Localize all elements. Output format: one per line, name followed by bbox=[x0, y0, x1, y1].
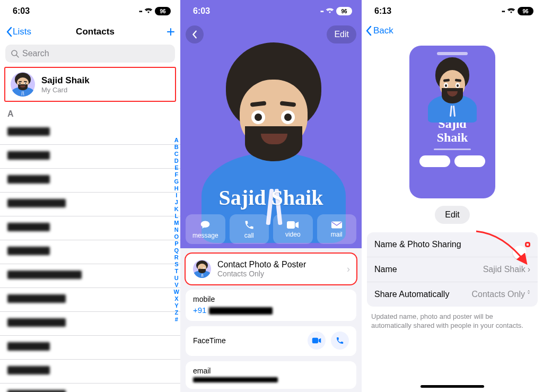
home-indicator bbox=[421, 385, 484, 388]
video-icon bbox=[286, 221, 299, 229]
contact-row[interactable] bbox=[0, 336, 180, 360]
index-letter[interactable]: J bbox=[175, 199, 178, 206]
index-letter[interactable]: I bbox=[176, 192, 177, 199]
search-icon bbox=[11, 49, 19, 58]
mobile-label: mobile bbox=[193, 295, 349, 303]
dual-sim-icon: ▪▪ bbox=[320, 8, 323, 14]
video-label: video bbox=[285, 231, 301, 238]
email-card[interactable]: email bbox=[186, 361, 356, 389]
index-letter[interactable]: S bbox=[174, 261, 178, 268]
contact-name: Sajid Shaik bbox=[180, 185, 362, 210]
index-letter[interactable]: D bbox=[174, 158, 179, 164]
back-button[interactable]: Back bbox=[362, 22, 543, 36]
lists-back-button[interactable]: Lists bbox=[5, 27, 31, 37]
page-title: Contacts bbox=[31, 27, 159, 37]
message-label: message bbox=[192, 232, 218, 239]
status-icons: ▪▪ 96 bbox=[320, 6, 352, 16]
add-contact-button[interactable]: + bbox=[159, 23, 175, 40]
name-row[interactable]: Name Sajid Shaik › bbox=[367, 257, 538, 282]
status-bar: 6:13 ▪▪ 96 bbox=[362, 0, 543, 22]
facetime-video-button[interactable] bbox=[308, 332, 326, 350]
contact-row[interactable] bbox=[0, 121, 180, 145]
name-value: Sajid Shaik bbox=[483, 265, 526, 274]
contact-row[interactable] bbox=[0, 384, 180, 392]
call-label: call bbox=[244, 232, 254, 239]
alpha-index-rail[interactable]: ABCDEFGHIJKLMNOPQRSTUVWXYZ# bbox=[174, 137, 179, 323]
index-letter[interactable]: Y bbox=[174, 302, 178, 309]
index-letter[interactable]: H bbox=[174, 185, 179, 192]
contact-row[interactable] bbox=[0, 169, 180, 193]
screenshot-contacts-list: 6:03 ▪▪ 96 Lists Contacts + Search bbox=[0, 0, 180, 392]
edit-button[interactable]: Edit bbox=[435, 206, 470, 224]
status-time: 6:03 bbox=[193, 6, 210, 16]
back-button[interactable] bbox=[186, 25, 204, 43]
index-letter[interactable]: K bbox=[174, 206, 179, 213]
contact-row[interactable] bbox=[0, 264, 180, 288]
poster-preview[interactable]: Sajid Shaik bbox=[409, 46, 495, 198]
index-letter[interactable]: X bbox=[174, 295, 178, 302]
index-letter[interactable]: C bbox=[174, 151, 179, 158]
facetime-label: FaceTime bbox=[193, 336, 226, 345]
index-letter[interactable]: O bbox=[174, 233, 179, 240]
screenshot-sharing-settings: 6:13 ▪▪ 96 Back Sajid bbox=[362, 0, 543, 392]
search-input[interactable]: Search bbox=[5, 45, 175, 63]
index-letter[interactable]: R bbox=[174, 254, 179, 261]
index-letter[interactable]: E bbox=[174, 164, 178, 171]
index-letter[interactable]: V bbox=[174, 282, 178, 289]
index-letter[interactable]: F bbox=[174, 171, 178, 178]
poster-row-sub: Contacts Only bbox=[217, 269, 306, 278]
message-button[interactable]: message bbox=[186, 214, 225, 244]
mail-button[interactable]: mail bbox=[317, 214, 357, 244]
poster-avatar bbox=[193, 260, 211, 278]
message-icon bbox=[199, 220, 211, 230]
index-letter[interactable]: Z bbox=[174, 309, 178, 316]
facetime-card: FaceTime bbox=[186, 326, 356, 356]
index-letter[interactable]: A bbox=[174, 137, 179, 144]
index-letter[interactable]: B bbox=[174, 144, 179, 151]
poster-notch bbox=[437, 52, 468, 55]
mobile-card[interactable]: mobile +91 bbox=[186, 290, 356, 321]
my-card-sub: My Card bbox=[41, 86, 90, 94]
poster-name-2: Shaik bbox=[437, 130, 468, 144]
memoji-icon bbox=[11, 72, 35, 97]
facetime-audio-button[interactable] bbox=[331, 332, 349, 350]
index-letter[interactable]: P bbox=[174, 240, 178, 247]
wifi-icon bbox=[144, 6, 153, 16]
index-letter[interactable]: G bbox=[174, 178, 179, 185]
poster-row-title: Contact Photo & Poster bbox=[217, 260, 306, 269]
index-letter[interactable]: N bbox=[174, 227, 179, 233]
index-letter[interactable]: M bbox=[174, 220, 179, 227]
edit-button[interactable]: Edit bbox=[327, 25, 356, 43]
index-letter[interactable]: Q bbox=[174, 247, 179, 254]
contact-row[interactable] bbox=[0, 216, 180, 240]
contact-row[interactable] bbox=[0, 312, 180, 336]
contact-row[interactable] bbox=[0, 145, 180, 169]
index-letter[interactable]: # bbox=[175, 316, 178, 323]
index-letter[interactable]: W bbox=[174, 289, 179, 295]
battery-icon: 96 bbox=[518, 7, 533, 15]
mail-label: mail bbox=[331, 231, 343, 238]
name-label: Name bbox=[374, 265, 397, 274]
contact-row[interactable] bbox=[0, 360, 180, 384]
back-label: Back bbox=[373, 25, 393, 36]
contact-row[interactable] bbox=[0, 288, 180, 312]
my-card-row[interactable]: Sajid Shaik My Card bbox=[4, 67, 176, 102]
sharing-label: Name & Photo Sharing bbox=[374, 240, 461, 249]
call-button[interactable]: call bbox=[230, 214, 269, 244]
chevron-right-icon: › bbox=[347, 264, 350, 275]
contact-row[interactable] bbox=[0, 240, 180, 264]
contact-photo-poster-row[interactable]: Contact Photo & Poster Contacts Only › bbox=[186, 254, 356, 284]
index-letter[interactable]: L bbox=[174, 213, 178, 220]
share-auto-row[interactable]: Share Automatically Contacts Only ˄˅ bbox=[367, 282, 538, 307]
action-buttons: message call video mail bbox=[186, 214, 356, 244]
status-time: 6:03 bbox=[13, 6, 30, 16]
dual-sim-icon: ▪▪ bbox=[139, 8, 142, 14]
dual-sim-icon: ▪▪ bbox=[502, 8, 505, 14]
video-button[interactable]: video bbox=[273, 214, 313, 244]
share-auto-label: Share Automatically bbox=[374, 290, 449, 299]
svg-line-1 bbox=[16, 55, 19, 57]
status-icons: ▪▪ 96 bbox=[139, 6, 171, 16]
index-letter[interactable]: T bbox=[174, 268, 178, 275]
contact-row[interactable] bbox=[0, 193, 180, 216]
index-letter[interactable]: U bbox=[174, 275, 179, 282]
